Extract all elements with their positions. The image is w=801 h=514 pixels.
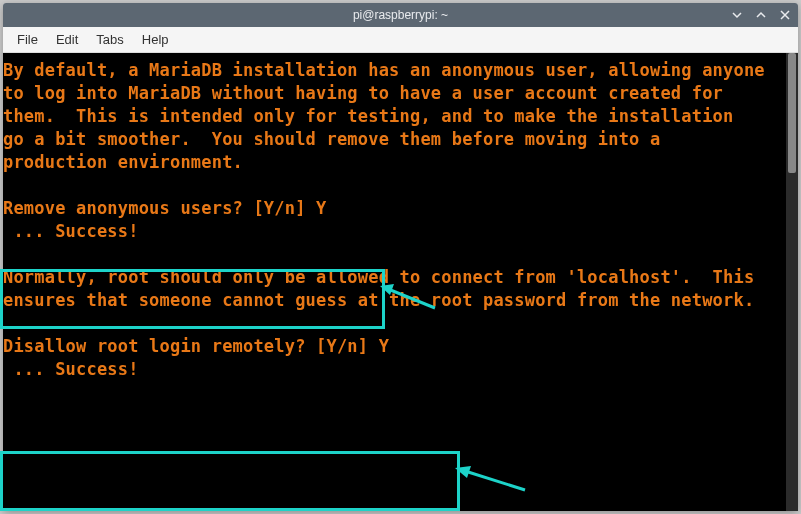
terminal-area: By default, a MariaDB installation has a… (3, 53, 798, 511)
scrollbar[interactable] (786, 53, 798, 511)
terminal-window: pi@raspberrypi: ~ File Edit Tabs Help By… (3, 3, 798, 511)
menu-tabs[interactable]: Tabs (88, 30, 131, 49)
close-icon[interactable] (778, 8, 792, 22)
scrollbar-thumb[interactable] (788, 53, 796, 173)
window-title: pi@raspberrypi: ~ (353, 8, 448, 22)
maximize-icon[interactable] (754, 8, 768, 22)
titlebar[interactable]: pi@raspberrypi: ~ (3, 3, 798, 27)
terminal-output[interactable]: By default, a MariaDB installation has a… (3, 53, 786, 511)
minimize-icon[interactable] (730, 8, 744, 22)
menu-edit[interactable]: Edit (48, 30, 86, 49)
menu-file[interactable]: File (9, 30, 46, 49)
menubar: File Edit Tabs Help (3, 27, 798, 53)
window-controls (730, 3, 792, 27)
menu-help[interactable]: Help (134, 30, 177, 49)
